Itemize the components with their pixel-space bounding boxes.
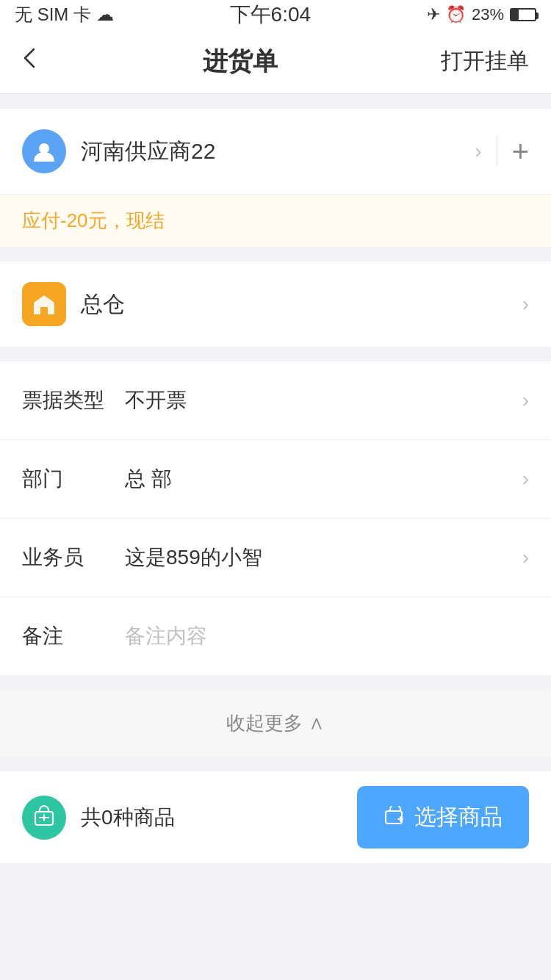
select-goods-button[interactable]: 选择商品 xyxy=(357,786,529,849)
salesman-row[interactable]: 业务员 这是859的小智 › xyxy=(0,519,551,597)
supplier-avatar xyxy=(22,129,66,173)
section-gap-1 xyxy=(0,94,551,109)
warehouse-section: 总仓 › xyxy=(0,262,551,347)
section-gap-2 xyxy=(0,247,551,262)
status-time: 下午6:04 xyxy=(230,1,311,29)
salesman-arrow-icon: › xyxy=(522,546,529,569)
warehouse-row[interactable]: 总仓 › xyxy=(0,262,551,347)
collapse-label: 收起更多 ∧ xyxy=(226,710,324,736)
collapse-row[interactable]: 收起更多 ∧ xyxy=(0,690,551,757)
svg-rect-1 xyxy=(40,307,48,314)
page: 无 SIM 卡 ☁ 下午6:04 ✈ ⏰ 23% 进货单 打开挂单 xyxy=(0,0,551,980)
notice-text: 应付-20元，现结 xyxy=(22,209,165,231)
invoice-type-label: 票据类型 xyxy=(22,386,118,414)
remark-row[interactable]: 备注 备注内容 xyxy=(0,597,551,675)
page-title: 进货单 xyxy=(203,45,278,79)
form-section: 票据类型 不开票 › 部门 总 部 › 业务员 这是859的小智 › 备注 备注… xyxy=(0,361,551,675)
status-right: ✈ ⏰ 23% xyxy=(427,5,536,24)
notice-bar: 应付-20元，现结 xyxy=(0,195,551,247)
battery-icon: ✈ xyxy=(427,5,440,24)
signal-text: 无 SIM 卡 ☁ xyxy=(15,3,114,26)
department-label: 部门 xyxy=(22,465,118,493)
supplier-name: 河南供应商22 xyxy=(81,137,475,167)
supplier-add-button[interactable]: + xyxy=(512,135,529,168)
battery-bar xyxy=(510,8,536,21)
clock-icon: ⏰ xyxy=(446,5,466,24)
department-row[interactable]: 部门 总 部 › xyxy=(0,440,551,519)
back-button[interactable] xyxy=(22,43,40,79)
goods-count: 共0种商品 xyxy=(81,804,342,832)
bottom-toolbar: 共0种商品 选择商品 xyxy=(0,771,551,863)
supplier-arrow-icon: › xyxy=(475,140,481,163)
warehouse-arrow-icon: › xyxy=(522,292,529,316)
salesman-label: 业务员 xyxy=(22,544,118,572)
svg-rect-3 xyxy=(386,811,402,824)
status-bar: 无 SIM 卡 ☁ 下午6:04 ✈ ⏰ 23% xyxy=(0,0,551,29)
supplier-section: 河南供应商22 › + 应付-20元，现结 xyxy=(0,109,551,247)
battery-text: 23% xyxy=(472,5,504,24)
invoice-type-arrow-icon: › xyxy=(522,389,529,412)
salesman-value: 这是859的小智 xyxy=(118,544,522,572)
remark-label: 备注 xyxy=(22,622,118,650)
invoice-type-value: 不开票 xyxy=(118,386,522,414)
invoice-type-row[interactable]: 票据类型 不开票 › xyxy=(0,361,551,440)
nav-bar: 进货单 打开挂单 xyxy=(0,29,551,94)
status-left: 无 SIM 卡 ☁ xyxy=(15,3,114,26)
svg-point-0 xyxy=(39,143,49,154)
department-arrow-icon: › xyxy=(522,467,529,491)
goods-icon-wrap xyxy=(22,796,66,840)
warehouse-name: 总仓 xyxy=(81,289,522,320)
supplier-divider xyxy=(497,137,497,166)
supplier-row[interactable]: 河南供应商22 › + xyxy=(0,109,551,195)
remark-input[interactable]: 备注内容 xyxy=(118,622,529,650)
select-goods-label: 选择商品 xyxy=(414,802,503,832)
warehouse-icon xyxy=(22,282,66,326)
open-pending-button[interactable]: 打开挂单 xyxy=(441,46,529,76)
department-value: 总 部 xyxy=(118,465,522,493)
